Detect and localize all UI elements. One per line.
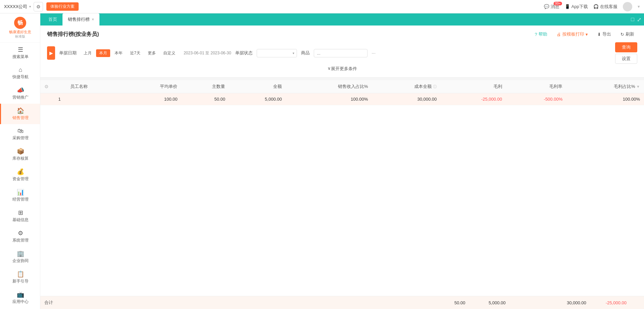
- date-tab-custom[interactable]: 自定义: [160, 49, 178, 57]
- page-content: 销售排行榜(按业务员) ? 帮助 🖨 按模板打印 ▾ ⬇ 导出: [40, 25, 644, 309]
- company-chevron-icon: ▾: [29, 5, 31, 8]
- sales-icon: 🏠: [17, 107, 24, 114]
- trial-button[interactable]: 体验行业方案: [46, 2, 79, 11]
- filter-area: ▶ 单据日期 上月 本月 本年 近7天 更多 自定义 2023-06-01 至 …: [40, 39, 644, 78]
- cell-amount-0: 5,000.00: [229, 93, 286, 105]
- tab-home-label: 首页: [48, 16, 57, 22]
- date-tab-more[interactable]: 更多: [145, 49, 159, 57]
- filter-settings-button[interactable]: 设置: [615, 54, 637, 64]
- filter-toggle-button[interactable]: ▶: [47, 46, 55, 60]
- col-avg-price-header: 平均单价: [124, 80, 182, 93]
- chevron-down-icon: ∨: [328, 66, 331, 72]
- col-settings[interactable]: ⚙: [40, 80, 53, 93]
- expand-more-conditions[interactable]: ∨ 展开更多条件: [47, 64, 637, 74]
- logo-text: 畅康通好生意: [9, 30, 31, 34]
- more-filter-icon[interactable]: ···: [372, 50, 376, 56]
- date-tab-current-year[interactable]: 本年: [112, 49, 126, 57]
- date-tab-prev-month[interactable]: 上月: [81, 49, 95, 57]
- col-amount-header: 全额: [229, 80, 286, 93]
- tab-maximize-icon[interactable]: ⤢: [637, 16, 641, 23]
- cell-gross-0: -25,000.00: [441, 93, 506, 105]
- cell-qty-0: 50.00: [181, 93, 229, 105]
- query-button[interactable]: 查询: [615, 42, 637, 52]
- app-download-button[interactable]: 📱 App下载: [565, 4, 588, 10]
- col-name-header: 员工名称: [66, 80, 124, 93]
- tab-close-icon[interactable]: ×: [92, 17, 94, 22]
- sidebar-label-search: 搜索菜单: [12, 54, 29, 60]
- sidebar-item-basic[interactable]: ⊞ 基础信息: [0, 206, 40, 226]
- totals-cost: 30,000.00: [559, 300, 586, 305]
- cell-name-0: [66, 93, 124, 105]
- collab-icon: 🏢: [17, 250, 24, 257]
- sidebar-label-system: 系统管理: [12, 238, 29, 243]
- date-filter-label: 单据日期: [59, 50, 77, 56]
- sidebar-item-purchase[interactable]: 🛍 采购管理: [0, 124, 40, 144]
- goods-input[interactable]: [314, 49, 368, 57]
- avatar[interactable]: [623, 2, 632, 11]
- tab-window-icon[interactable]: □: [631, 16, 634, 23]
- gross-pct-info-icon[interactable]: ▼: [636, 85, 640, 89]
- sidebar-item-marketing[interactable]: 📣 营销推广: [0, 83, 40, 104]
- sidebar-item-finance[interactable]: 💰 资金管理: [0, 165, 40, 185]
- sidebar-item-guide[interactable]: 📋 新手引导: [0, 267, 40, 288]
- cost-info-icon[interactable]: ⓘ: [433, 85, 437, 89]
- col-gross-header: 毛利: [441, 80, 506, 93]
- table-gear-icon[interactable]: ⚙: [44, 84, 49, 89]
- tab-sales-rank-label: 销售排行榜: [68, 16, 90, 22]
- company-name: XXXXX公司: [4, 4, 27, 10]
- print-label: 按模板打印: [562, 31, 584, 37]
- sidebar-item-inventory[interactable]: 📦 库存核算: [0, 144, 40, 165]
- status-filter-label: 单据状态: [235, 50, 253, 56]
- help-icon: ?: [535, 32, 537, 37]
- export-button[interactable]: ⬇ 导出: [594, 30, 614, 39]
- tab-home[interactable]: 首页: [43, 13, 62, 25]
- basic-icon: ⊞: [18, 209, 23, 216]
- sidebar-item-operations[interactable]: 📊 经营管理: [0, 185, 40, 206]
- col-rank-header: [53, 80, 66, 93]
- refresh-button[interactable]: ↻ 刷新: [617, 30, 637, 39]
- status-select[interactable]: [257, 49, 297, 57]
- sidebar-item-quick[interactable]: ⌂ 快捷导航: [0, 63, 40, 83]
- sidebar-item-search[interactable]: ☰ 搜索菜单: [0, 43, 40, 63]
- app-icon: 📱: [565, 4, 570, 9]
- sidebar-label-quick: 快捷导航: [12, 74, 29, 80]
- sidebar-item-system[interactable]: ⚙ 系统管理: [0, 226, 40, 247]
- system-icon: ⚙: [18, 229, 23, 237]
- export-icon: ⬇: [597, 32, 601, 37]
- search-menu-icon: ☰: [18, 46, 23, 53]
- table-row: 1 100.00 50.00 5,000.00 100.00% 30,000.0…: [40, 93, 644, 105]
- col-revenue-pct-header: 销售收入占比%: [286, 80, 372, 93]
- sidebar-label-operations: 经营管理: [12, 197, 29, 202]
- query-actions: 查询 设置: [615, 42, 637, 64]
- company-selector[interactable]: XXXXX公司 ▾: [4, 4, 31, 10]
- help-button[interactable]: ? 帮助: [532, 30, 550, 39]
- date-tab-7days[interactable]: 近7天: [127, 49, 143, 57]
- print-button[interactable]: 🖨 按模板打印 ▾: [554, 30, 591, 39]
- sidebar-label-purchase: 采购管理: [12, 135, 29, 141]
- marketing-icon: 📣: [17, 87, 24, 94]
- sidebar-item-apps[interactable]: 📺 应用中心: [0, 288, 40, 308]
- sales-rank-table: ⚙ 员工名称 平均单价 主数量 全额 销售收入占比% 成本全额 ⓘ 毛利: [40, 80, 644, 105]
- export-label: 导出: [602, 31, 611, 37]
- tab-sales-rank[interactable]: 销售排行榜 ×: [62, 13, 99, 25]
- page-header: 销售排行榜(按业务员) ? 帮助 🖨 按模板打印 ▾ ⬇ 导出: [40, 25, 644, 39]
- message-button[interactable]: 💬 消息 99+: [544, 4, 559, 10]
- cell-gross-pct-0: 100.00%: [566, 93, 644, 105]
- logo-sub: 标准版: [15, 34, 25, 39]
- status-select-wrapper[interactable]: [257, 49, 297, 57]
- expand-label: 展开更多条件: [331, 66, 357, 72]
- home-icon: ⌂: [19, 66, 23, 73]
- totals-amount: 5,000.00: [479, 300, 506, 305]
- sidebar-item-sales[interactable]: 🏠 销售管理: [0, 104, 40, 124]
- totals-qty: 50.00: [438, 300, 465, 305]
- cell-revenue-pct-0: 100.00%: [286, 93, 372, 105]
- cell-gross-rate-0: -500.00%: [506, 93, 567, 105]
- date-tab-current-month[interactable]: 本月: [96, 49, 110, 57]
- settings-icon[interactable]: ⚙: [34, 2, 43, 11]
- service-button[interactable]: 🎧 在线客服: [593, 4, 617, 10]
- goods-filter-label: 商品: [301, 50, 310, 56]
- sidebar-item-collab[interactable]: 🏢 企业协同: [0, 247, 40, 267]
- sidebar-label-marketing: 营销推广: [12, 95, 29, 100]
- sidebar: 畅 畅康通好生意 标准版 ☰ 搜索菜单 ⌂ 快捷导航 📣 营销推广 🏠 销售管理…: [0, 13, 40, 309]
- logo-icon: 畅: [14, 17, 26, 29]
